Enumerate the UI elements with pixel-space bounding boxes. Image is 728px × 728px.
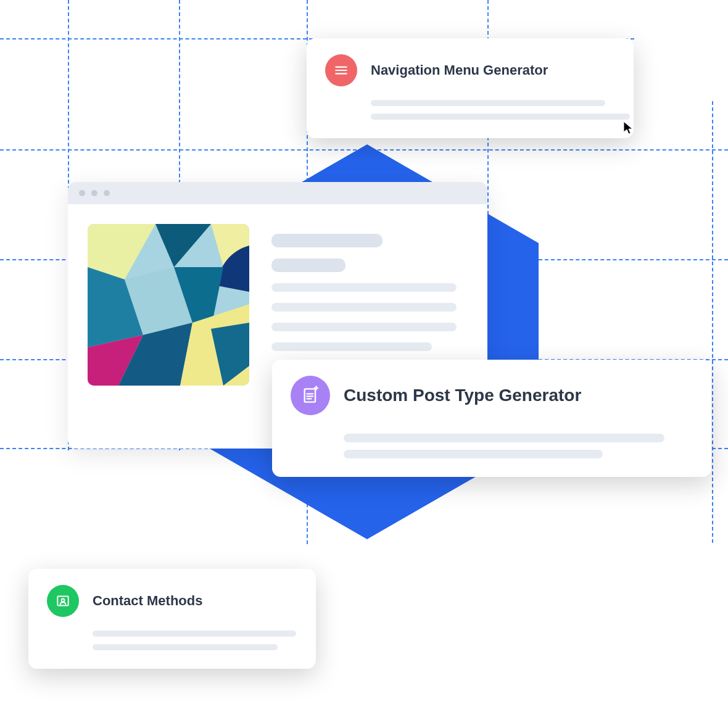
card-title: Navigation Menu Generator <box>371 62 548 78</box>
placeholder-line <box>271 259 345 272</box>
placeholder-line <box>271 234 383 247</box>
card-custom-post-type-generator[interactable]: Custom Post Type Generator <box>272 360 711 477</box>
svg-point-21 <box>62 599 65 602</box>
card-navigation-menu-generator[interactable]: Navigation Menu Generator <box>307 38 634 138</box>
svg-rect-20 <box>57 596 68 605</box>
placeholder-line <box>271 323 457 331</box>
placeholder-line <box>371 114 630 120</box>
card-placeholder-lines <box>344 434 693 458</box>
card-placeholder-lines <box>93 631 297 650</box>
hamburger-menu-icon <box>325 54 357 86</box>
traffic-light-dot <box>104 190 110 196</box>
placeholder-line <box>271 342 432 351</box>
placeholder-line <box>371 100 605 106</box>
traffic-light-dot <box>79 190 85 196</box>
grid-line-vertical <box>712 101 713 543</box>
traffic-light-dot <box>91 190 97 196</box>
placeholder-line <box>271 303 457 312</box>
placeholder-line <box>93 631 296 637</box>
placeholder-line <box>93 644 278 650</box>
cursor-icon <box>623 121 634 136</box>
placeholder-line <box>344 450 603 458</box>
abstract-art-image <box>88 224 249 386</box>
placeholder-line <box>344 434 664 442</box>
card-header: Custom Post Type Generator <box>291 376 693 415</box>
placeholder-line <box>271 283 457 292</box>
card-header: Contact Methods <box>47 585 297 617</box>
card-placeholder-lines <box>371 100 615 120</box>
svg-rect-14 <box>305 389 315 402</box>
card-header: Navigation Menu Generator <box>325 54 615 86</box>
browser-title-bar <box>68 182 487 204</box>
document-add-icon <box>291 376 330 415</box>
card-contact-methods[interactable]: Contact Methods <box>28 569 316 669</box>
card-title: Contact Methods <box>93 593 202 609</box>
card-title: Custom Post Type Generator <box>344 386 581 405</box>
contact-card-icon <box>47 585 79 617</box>
